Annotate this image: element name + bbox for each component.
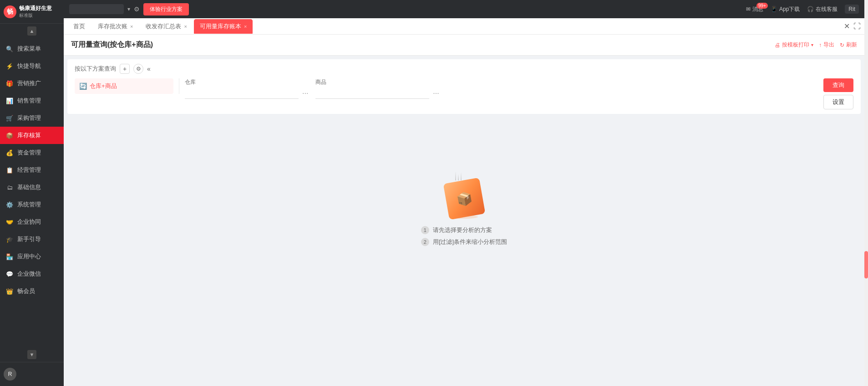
- tab-batch[interactable]: 库存批次账 ×: [92, 19, 139, 34]
- query-section: 按以下方案查询 + ⚙ « 🔄 仓库+商品: [67, 59, 861, 114]
- warehouse-filter-input[interactable]: [185, 88, 299, 99]
- sidebar-item-label: 销售管理: [17, 97, 41, 105]
- enterprise-icon: 🤝: [5, 218, 14, 226]
- sidebar-item-system[interactable]: ⚙️ 系统管理: [0, 196, 64, 213]
- tab-available[interactable]: 可用量库存账本 ×: [194, 19, 253, 34]
- sidebar-user[interactable]: R: [4, 366, 60, 382]
- sidebar-item-finance[interactable]: 💰 资金管理: [0, 144, 64, 161]
- query-option-warehouse-goods[interactable]: 🔄 仓库+商品: [75, 78, 173, 94]
- sidebar-item-marketing[interactable]: 🎁 营销推广: [0, 75, 64, 92]
- sidebar-item-member[interactable]: 👑 畅会员: [0, 283, 64, 300]
- export-button[interactable]: ↑ 导出: [819, 41, 834, 49]
- tab-close-all-button[interactable]: ✕: [844, 22, 850, 31]
- sales-icon: 📊: [5, 97, 14, 105]
- refresh-button[interactable]: ↻ 刷新: [840, 41, 857, 49]
- tab-home[interactable]: 首页: [67, 19, 91, 34]
- search-nav-icon: 🔍: [5, 45, 14, 53]
- app-download-button[interactable]: 📱 App下载: [771, 5, 800, 13]
- query-section-label: 按以下方案查询: [75, 65, 116, 73]
- tab-summary[interactable]: 收发存汇总表 ×: [140, 19, 193, 34]
- message-button[interactable]: ✉ 消息 99+: [746, 5, 763, 13]
- query-add-button[interactable]: +: [120, 64, 130, 74]
- sidebar-item-inventory[interactable]: 📦 库存核算: [0, 127, 64, 144]
- tab-expand-button[interactable]: ⛶: [853, 22, 861, 31]
- weixin-icon: 💬: [5, 270, 14, 278]
- query-button[interactable]: 查询: [823, 78, 853, 92]
- warehouse-filter-label: 仓库: [185, 78, 308, 86]
- message-badge: 99+: [756, 3, 768, 9]
- operations-icon: 📋: [5, 166, 14, 174]
- sidebar-item-enterprise[interactable]: 🤝 企业协同: [0, 213, 64, 231]
- print-label: 按模板打印: [782, 41, 809, 49]
- sidebar-item-newbie[interactable]: 🎓 新手引导: [0, 231, 64, 248]
- sidebar-item-label: 企业微信: [17, 270, 41, 278]
- filter-area: 仓库 ··· 商品 ···: [185, 78, 816, 99]
- sidebar-item-search[interactable]: 🔍 搜索菜单: [0, 40, 64, 57]
- page-title: 可用量查询(按仓库+商品): [71, 40, 153, 50]
- headset-icon: 🎧: [807, 6, 814, 12]
- query-collapse-button[interactable]: «: [147, 65, 151, 72]
- user-menu-button[interactable]: Rit: [845, 5, 859, 14]
- topbar-dropdown-icon[interactable]: ▾: [127, 6, 130, 12]
- sidebar-item-label: 畅会员: [17, 287, 35, 295]
- sidebar-item-label: 搜索菜单: [17, 45, 41, 53]
- tab-batch-close[interactable]: ×: [130, 24, 133, 29]
- sidebar-item-label: 快捷导航: [17, 62, 41, 70]
- tab-summary-close[interactable]: ×: [184, 24, 187, 29]
- sidebar-logo: 畅 畅康通好生意 标准版: [4, 5, 60, 19]
- goods-more-icon[interactable]: ···: [433, 89, 439, 98]
- sidebar-item-weixin[interactable]: 💬 企业微信: [0, 265, 64, 283]
- sidebar-item-purchase[interactable]: 🛒 采购管理: [0, 109, 64, 127]
- service-button[interactable]: 🎧 在线客服: [807, 5, 838, 13]
- export-icon: ↑: [819, 42, 822, 48]
- empty-tip-1: 1 请先选择要分析的方案: [421, 226, 507, 234]
- sidebar-item-label: 经营管理: [17, 166, 41, 174]
- inventory-icon: 📦: [5, 131, 14, 139]
- sidebar-header: 畅 畅康通好生意 标准版: [0, 0, 64, 24]
- phone-icon: 📱: [771, 6, 777, 12]
- basic-icon: 🗂: [5, 183, 14, 191]
- shortcut-icon: ⚡: [5, 62, 14, 70]
- system-icon: ⚙️: [5, 201, 14, 209]
- sidebar-item-operations[interactable]: 📋 经营管理: [0, 161, 64, 179]
- tab-available-label: 可用量库存账本: [200, 22, 241, 31]
- query-header: 按以下方案查询 + ⚙ «: [75, 64, 853, 74]
- query-body: 🔄 仓库+商品 仓库 ···: [75, 78, 853, 109]
- empty-state: 📦 1 请先选择要分析的方案 2 用[过滤]条件来缩小分析范围: [64, 118, 864, 300]
- page-header-actions: 🖨 按模板打印 ▾ ↑ 导出 ↻ 刷新: [775, 41, 857, 49]
- sidebar-item-basic[interactable]: 🗂 基础信息: [0, 179, 64, 196]
- main-area: ▾ ⚙ 体验行业方案 ✉ 消息 99+ 📱 App下载 🎧 在线客服 Rit: [64, 0, 864, 386]
- purchase-icon: 🛒: [5, 114, 14, 122]
- box-shadow: [451, 215, 478, 219]
- sidebar-item-label: 基础信息: [17, 183, 41, 191]
- refresh-icon: ↻: [840, 42, 844, 48]
- warehouse-more-icon[interactable]: ···: [302, 89, 308, 98]
- smoke-decoration: [455, 171, 462, 180]
- sidebar-item-sales[interactable]: 📊 销售管理: [0, 92, 64, 109]
- settings-button[interactable]: 设置: [823, 95, 853, 109]
- tip-num-2: 2: [421, 238, 429, 246]
- service-label: 在线客服: [816, 5, 838, 13]
- query-options-panel: 🔄 仓库+商品: [75, 78, 179, 94]
- tab-summary-label: 收发存汇总表: [146, 22, 181, 31]
- sidebar-scroll-down[interactable]: ▼: [27, 350, 36, 359]
- newbie-icon: 🎓: [5, 235, 14, 243]
- topbar-gear-icon[interactable]: ⚙: [134, 5, 140, 13]
- print-icon: 🖨: [775, 42, 780, 48]
- sidebar-scroll-up[interactable]: ▲: [27, 26, 36, 36]
- sidebar-item-appstore[interactable]: 🏪 应用中心: [0, 248, 64, 265]
- goods-filter-input[interactable]: [315, 88, 429, 99]
- sidebar: 畅 畅康通好生意 标准版 ▲ 🔍 搜索菜单 ⚡ 快捷导航 🎁 营销推广: [0, 0, 64, 386]
- right-scrollbar[interactable]: [864, 0, 868, 386]
- print-dropdown-icon: ▾: [811, 42, 813, 47]
- topbar-search-input[interactable]: [69, 4, 124, 14]
- sidebar-item-shortcut[interactable]: ⚡ 快捷导航: [0, 57, 64, 75]
- print-button[interactable]: 🖨 按模板打印 ▾: [775, 41, 813, 49]
- tab-available-close[interactable]: ×: [244, 24, 247, 29]
- tab-batch-label: 库存批次账: [98, 22, 127, 31]
- refresh-label: 刷新: [846, 41, 857, 49]
- sidebar-item-label: 系统管理: [17, 201, 41, 209]
- sidebar-item-label: 资金管理: [17, 149, 41, 157]
- trial-button[interactable]: 体验行业方案: [143, 3, 189, 15]
- query-settings-circle-button[interactable]: ⚙: [133, 64, 143, 74]
